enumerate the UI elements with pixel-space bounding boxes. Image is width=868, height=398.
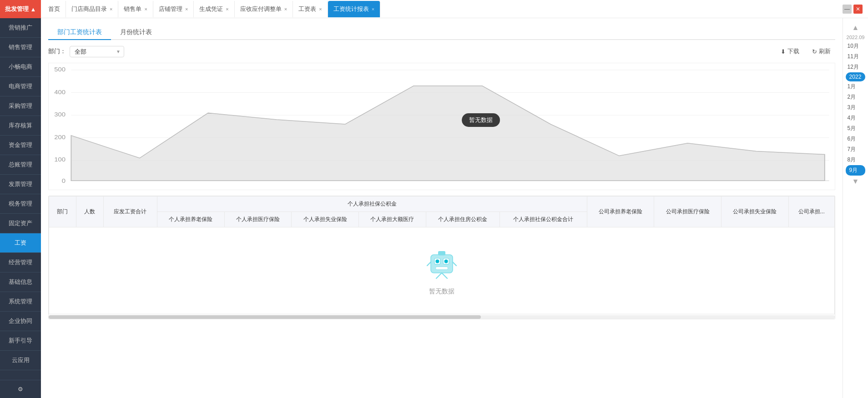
timeline-month-10月[interactable]: 10月 — [846, 41, 866, 51]
sidebar-item-基础信息[interactable]: 基础信息 — [0, 272, 41, 292]
sidebar-item-营销推广[interactable]: 营销推广 — [0, 18, 41, 38]
download-label: 下载 — [787, 47, 799, 55]
timeline-header[interactable]: 2022.09 — [846, 34, 866, 41]
sidebar-header[interactable]: 批发管理 ▲ — [0, 0, 41, 18]
col-personal-big-med: 个人承担大额医疗 — [358, 212, 426, 227]
sidebar-item-云应用[interactable]: 云应用 — [0, 351, 41, 370]
timeline-month-4月[interactable]: 4月 — [846, 113, 866, 123]
sidebar-item-系统管理[interactable]: 系统管理 — [0, 292, 41, 312]
svg-line-20 — [436, 273, 442, 278]
tab-应收应付调整单[interactable]: 应收应付调整单× — [235, 1, 293, 17]
sidebar-item-经营管理[interactable]: 经营管理 — [0, 253, 41, 272]
window-controls: — ✕ — [843, 5, 866, 14]
sidebar-header-label: 批发管理 — [5, 5, 29, 13]
minimize-button[interactable]: — — [843, 5, 852, 14]
sidebar-item-资金管理[interactable]: 资金管理 — [0, 136, 41, 155]
timeline-month-5月[interactable]: 5月 — [846, 123, 866, 134]
tab-门店商品目录[interactable]: 门店商品目录× — [66, 1, 118, 17]
download-icon: ⬇ — [781, 48, 786, 55]
svg-text:500: 500 — [54, 66, 66, 72]
timeline-month-3月[interactable]: 3月 — [846, 102, 866, 113]
sidebar-item-销售管理[interactable]: 销售管理 — [0, 38, 41, 57]
sidebar-item-总账管理[interactable]: 总账管理 — [0, 155, 41, 175]
timeline-month-11月[interactable]: 11月 — [846, 51, 866, 62]
sidebar-item-采购管理[interactable]: 采购管理 — [0, 96, 41, 116]
sidebar-item-固定资产[interactable]: 固定资产 — [0, 214, 41, 233]
sidebar-item-电商管理[interactable]: 电商管理 — [0, 77, 41, 96]
sidebar-item-小畅电商[interactable]: 小畅电商 — [0, 57, 41, 77]
tab-close-销售单[interactable]: × — [144, 6, 147, 12]
timeline-year-2022[interactable]: 2022 — [846, 72, 866, 81]
col-company-old: 公司承担养老保险 — [587, 196, 654, 227]
sidebar-item-企业协同[interactable]: 企业协同 — [0, 312, 41, 331]
tab-close-工资统计报表[interactable]: × — [372, 6, 374, 12]
timeline-up-nav[interactable]: ▲ — [850, 22, 861, 34]
empty-state: 暂无数据 — [49, 227, 834, 314]
page: 部门工资统计表 月份统计表 部门： 全部 ⬇ 下载 — [41, 18, 843, 398]
svg-line-23 — [453, 262, 456, 266]
sidebar-item-发票管理[interactable]: 发票管理 — [0, 175, 41, 194]
sidebar-item-工资[interactable]: 工资 — [0, 233, 41, 253]
timeline-month-6月[interactable]: 6月 — [846, 134, 866, 144]
svg-marker-12 — [71, 86, 824, 181]
timeline-month-2月[interactable]: 2月 — [846, 92, 866, 102]
toolbar: 部门： 全部 ⬇ 下载 ↻ 刷新 — [48, 45, 835, 57]
tab-工资表[interactable]: 工资表× — [293, 1, 328, 17]
tab-店铺管理[interactable]: 店铺管理× — [153, 1, 194, 17]
close-button[interactable]: ✕ — [853, 5, 863, 14]
sidebar-item-新手引导[interactable]: 新手引导 — [0, 331, 41, 351]
svg-rect-13 — [431, 255, 453, 273]
svg-text:0: 0 — [62, 178, 66, 184]
svg-text:200: 200 — [54, 134, 66, 140]
department-select[interactable]: 全部 — [70, 46, 124, 57]
timeline-items: 2022.0910月11月12月20221月2月3月4月5月6月7月8月9月 — [846, 34, 866, 176]
tab-close-生成凭证[interactable]: × — [226, 6, 228, 12]
col-company-more: 公司承担... — [788, 196, 834, 227]
col-company-med: 公司承担医疗保险 — [654, 196, 722, 227]
action-buttons: ⬇ 下载 ↻ 刷新 — [776, 45, 835, 57]
settings-icon: ⚙ — [18, 386, 23, 393]
svg-text:400: 400 — [54, 89, 66, 95]
timeline-month-12月[interactable]: 12月 — [846, 62, 866, 72]
data-table: 部门 人数 应发工资合计 个人承担社保公积金 公司承担养老保险 公司承担医疗保险… — [49, 196, 835, 314]
timeline-month-1月[interactable]: 1月 — [846, 81, 866, 92]
content-area: 部门工资统计表 月份统计表 部门： 全部 ⬇ 下载 — [41, 18, 868, 398]
sidebar-items: 营销推广销售管理小畅电商电商管理采购管理库存核算资金管理总账管理发票管理税务管理… — [0, 18, 41, 370]
sub-tabs: 部门工资统计表 月份统计表 — [48, 25, 835, 40]
tab-close-店铺管理[interactable]: × — [185, 6, 188, 12]
refresh-label: 刷新 — [819, 47, 831, 55]
main-area: 首页门店商品目录×销售单×店铺管理×生成凭证×应收应付调整单×工资表×工资统计报… — [41, 0, 868, 398]
refresh-button[interactable]: ↻ 刷新 — [807, 45, 835, 57]
timeline-month-7月[interactable]: 7月 — [846, 144, 866, 155]
sidebar-item-库存核算[interactable]: 库存核算 — [0, 116, 41, 136]
svg-text:300: 300 — [54, 112, 66, 118]
svg-line-22 — [427, 262, 431, 266]
tab-生成凭证[interactable]: 生成凭证× — [194, 1, 234, 17]
col-total-wage: 应发工资合计 — [103, 196, 157, 227]
sub-tab-department[interactable]: 部门工资统计表 — [48, 25, 111, 40]
timeline-month-9月[interactable]: 9月 — [846, 165, 866, 176]
tab-close-门店商品目录[interactable]: × — [110, 6, 112, 12]
sidebar-item-税务管理[interactable]: 税务管理 — [0, 194, 41, 214]
table-empty-row: 暂无数据 — [49, 227, 835, 314]
timeline-month-8月[interactable]: 8月 — [846, 155, 866, 165]
svg-rect-19 — [438, 251, 445, 256]
sidebar-footer[interactable]: ⚙ — [0, 380, 41, 398]
chart-no-data-tooltip: 暂无数据 — [462, 113, 500, 127]
timeline-sidebar: ▲ 2022.0910月11月12月20221月2月3月4月5月6月7月8月9月… — [843, 18, 868, 398]
col-personal-unemp: 个人承担失业保险 — [292, 212, 359, 227]
timeline-down-nav[interactable]: ▼ — [850, 176, 861, 187]
col-department: 部门 — [49, 196, 76, 227]
tab-首页[interactable]: 首页 — [43, 1, 66, 17]
col-personal-housing: 个人承担住房公积金 — [426, 212, 500, 227]
tabs-container: 首页门店商品目录×销售单×店铺管理×生成凭证×应收应付调整单×工资表×工资统计报… — [43, 1, 380, 17]
tab-工资统计报表[interactable]: 工资统计报表× — [328, 1, 380, 17]
tab-销售单[interactable]: 销售单× — [118, 1, 153, 17]
tab-close-应收应付调整单[interactable]: × — [284, 6, 287, 12]
col-company-unemp: 公司承担失业保险 — [721, 196, 788, 227]
table-scrollbar[interactable] — [49, 315, 835, 319]
download-button[interactable]: ⬇ 下载 — [776, 45, 804, 57]
tab-close-工资表[interactable]: × — [319, 6, 322, 12]
col-personal-med: 个人承担医疗保险 — [224, 212, 292, 227]
sub-tab-monthly[interactable]: 月份统计表 — [111, 25, 161, 40]
